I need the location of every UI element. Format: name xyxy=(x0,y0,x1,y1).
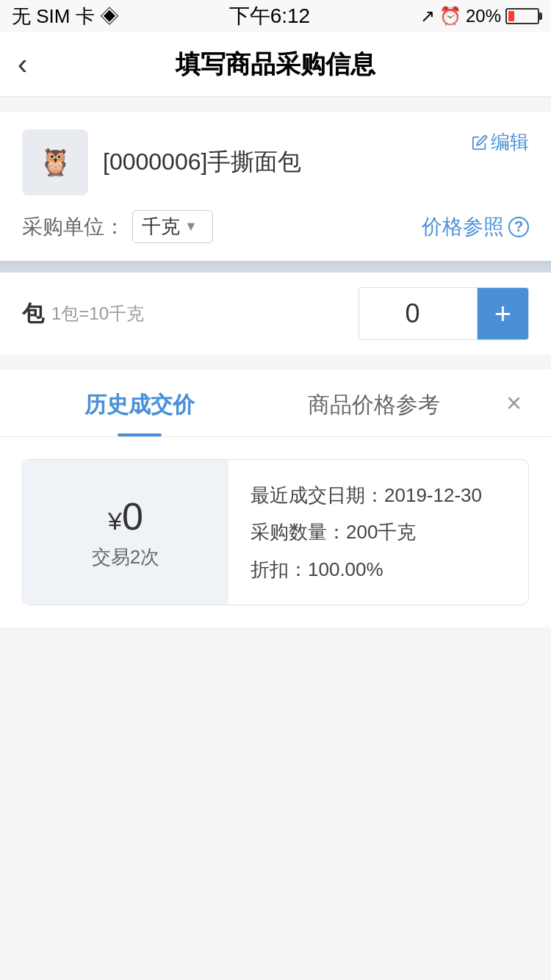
product-icon-glyph: 🦉 xyxy=(39,147,72,178)
qty-input-wrap: + xyxy=(359,287,529,340)
section-divider xyxy=(0,261,551,273)
product-unit-row: 采购单位： 千克 ▼ 价格参照 ? xyxy=(22,210,529,243)
recent-date-value: 2019-12-30 xyxy=(384,484,482,506)
qty-unit-label: 包 xyxy=(22,299,44,329)
signal-text: 无 SIM 卡 ◈ xyxy=(12,4,119,29)
recent-date-label: 最近成交日期： xyxy=(251,484,384,506)
tab-history-price[interactable]: 历史成交价 xyxy=(22,370,256,436)
product-header: 🦉 [0000006]手撕面包 编辑 xyxy=(22,129,529,195)
page-title: 填写商品采购信息 xyxy=(176,48,375,82)
tab-history-label: 历史成交价 xyxy=(84,392,195,417)
product-name: [0000006]手撕面包 xyxy=(103,146,301,179)
tab-close-button[interactable]: × xyxy=(499,381,529,426)
purchase-qty-value: 200千克 xyxy=(346,521,416,543)
location-icon: ↗ xyxy=(420,6,435,26)
close-icon: × xyxy=(506,388,522,418)
qty-input[interactable] xyxy=(359,288,477,339)
unit-value: 千克 xyxy=(142,214,180,239)
deal-count: 交易2次 xyxy=(92,544,159,570)
price-number: 0 xyxy=(122,495,143,538)
status-right: ↗ ⏰ 20% xyxy=(420,6,539,26)
dropdown-arrow-icon: ▼ xyxy=(184,219,198,234)
tab-header: 历史成交价 商品价格参考 × xyxy=(0,370,551,437)
deal-detail-section: 最近成交日期：2019-12-30 采购数量：200千克 折扣：100.00% xyxy=(228,460,528,605)
unit-select[interactable]: 千克 ▼ xyxy=(132,210,213,243)
alarm-icon: ⏰ xyxy=(439,6,461,26)
deal-recent-date-row: 最近成交日期：2019-12-30 xyxy=(251,482,506,508)
unit-label: 采购单位： xyxy=(22,213,125,241)
battery-percent: 20% xyxy=(466,6,501,26)
quantity-row: 包 1包=10千克 + xyxy=(0,273,551,355)
plus-icon: + xyxy=(494,298,511,331)
deal-card: ¥0 交易2次 最近成交日期：2019-12-30 采购数量：200千克 折扣：… xyxy=(22,459,529,605)
qty-plus-button[interactable]: + xyxy=(477,288,528,339)
tab-price-ref-label: 商品价格参考 xyxy=(308,392,440,417)
history-content: ¥0 交易2次 最近成交日期：2019-12-30 采购数量：200千克 折扣：… xyxy=(0,437,551,627)
deal-price-section: ¥0 交易2次 xyxy=(23,460,228,605)
discount-label: 折扣： xyxy=(251,558,308,580)
currency-symbol: ¥ xyxy=(108,507,122,535)
price-ref-button[interactable]: 价格参照 ? xyxy=(422,213,529,241)
discount-value: 100.00% xyxy=(308,558,383,580)
edit-button[interactable]: 编辑 xyxy=(472,129,529,155)
battery-icon xyxy=(505,8,539,24)
back-button[interactable]: ‹ xyxy=(18,48,27,81)
deal-qty-row: 采购数量：200千克 xyxy=(251,519,506,545)
qty-unit-note: 1包=10千克 xyxy=(51,302,359,325)
status-bar: 无 SIM 卡 ◈ 下午6:12 ↗ ⏰ 20% xyxy=(0,0,551,32)
edit-label: 编辑 xyxy=(491,129,529,155)
product-card: 🦉 [0000006]手撕面包 编辑 采购单位： 千克 ▼ 价格参照 ? xyxy=(0,112,551,261)
product-thumbnail: 🦉 xyxy=(22,129,88,195)
page-background xyxy=(0,627,551,921)
deal-discount-row: 折扣：100.00% xyxy=(251,556,506,583)
price-ref-info-icon: ? xyxy=(508,217,529,237)
deal-price-value: ¥0 xyxy=(108,494,143,538)
product-info-left: 🦉 [0000006]手撕面包 xyxy=(22,129,301,195)
purchase-qty-label: 采购数量： xyxy=(251,521,346,543)
nav-bar: ‹ 填写商品采购信息 xyxy=(0,32,551,97)
tab-price-reference[interactable]: 商品价格参考 xyxy=(256,370,491,436)
tab-panel: 历史成交价 商品价格参考 × ¥0 交易2次 最近成交日期：2019-12-30… xyxy=(0,370,551,627)
price-ref-label: 价格参照 xyxy=(422,213,504,241)
status-time: 下午6:12 xyxy=(229,2,311,30)
edit-icon xyxy=(472,134,488,151)
status-left: 无 SIM 卡 ◈ xyxy=(12,4,119,29)
